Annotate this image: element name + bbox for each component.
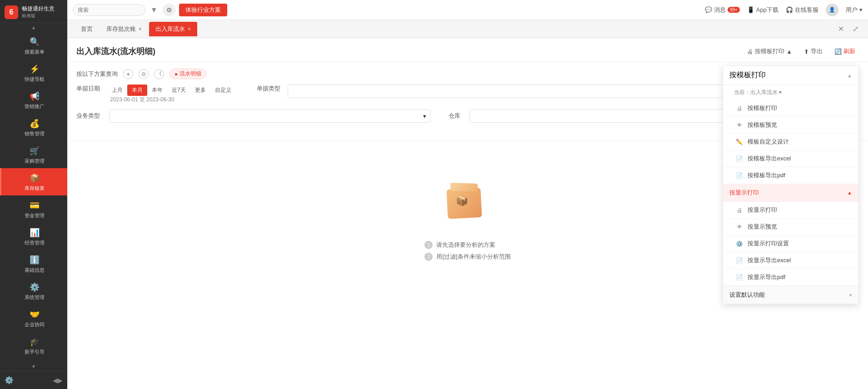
- filter-scheme-icon: ●: [175, 71, 178, 77]
- print-chevron-icon: ▲: [786, 48, 792, 55]
- date-this-month[interactable]: 本月: [127, 85, 147, 96]
- template-excel-item[interactable]: 📄 按模板导出excel: [723, 150, 858, 167]
- search-input[interactable]: [73, 4, 145, 16]
- messages-label: 消息: [714, 6, 726, 14]
- sidebar-finance-label: 资金管理: [25, 212, 45, 219]
- sidebar-item-system[interactable]: ⚙️ 系统管理: [0, 277, 67, 304]
- tab-flow[interactable]: 出入库流水 ×: [149, 22, 197, 36]
- display-pdf-item[interactable]: 📄 按显示导出pdf: [723, 269, 858, 286]
- sidebar-item-operations[interactable]: 📊 经营管理: [0, 223, 67, 250]
- date-last-7days[interactable]: 近7天: [167, 85, 190, 96]
- sidebar-item-collab[interactable]: 🤝 企业协同: [0, 304, 67, 332]
- sidebar-collab-label: 企业协同: [25, 321, 45, 328]
- display-excel-label: 按显示导出excel: [748, 256, 791, 264]
- display-print-settings-item[interactable]: ⚙️ 按显示打印设置: [723, 235, 858, 252]
- display-preview-item[interactable]: 👁 按显示预览: [723, 219, 858, 235]
- settings-gear-icon[interactable]: ⚙: [163, 4, 175, 16]
- app-download-button[interactable]: 📱 App下载: [747, 6, 778, 14]
- sidebar-scroll-down[interactable]: ▼: [31, 364, 36, 369]
- topbar-right: 💬 消息 99+ 📱 App下载 🎧 在线客服 👤 用户 ▾: [705, 4, 863, 16]
- date-last-month[interactable]: 上月: [107, 85, 127, 96]
- refresh-button[interactable]: 🔄 刷新: [831, 45, 859, 57]
- warehouse-label: 仓库: [449, 112, 460, 120]
- display-print-title: 按显示打印: [729, 189, 759, 197]
- date-this-year[interactable]: 本年: [147, 85, 167, 96]
- avatar-placeholder: 👤: [829, 7, 835, 13]
- sidebar-item-purchase[interactable]: 🛒 采购管理: [0, 141, 67, 168]
- display-pdf-icon: 📄: [736, 274, 743, 281]
- step-1-number: 1: [424, 241, 433, 249]
- sidebar-item-guide[interactable]: 🎓 新手引导: [0, 332, 67, 359]
- sidebar-item-finance[interactable]: 💳 资金管理: [0, 195, 67, 223]
- print-template-button[interactable]: 🖨 按模板打印 ▲: [743, 45, 796, 57]
- tab-batch-close[interactable]: ×: [139, 26, 142, 32]
- date-filter-label: 单据日期: [76, 85, 100, 93]
- template-custom-item[interactable]: ✏️ 模板自定义设计: [723, 134, 858, 150]
- current-label: 当前：出入库流水: [734, 89, 778, 95]
- settings-icon[interactable]: ⚙️: [5, 376, 14, 384]
- sidebar-item-marketing[interactable]: 📢 营销推广: [0, 86, 67, 114]
- display-print-header[interactable]: 按显示打印 ▲: [723, 184, 858, 202]
- sidebar-marketing-icon: 📢: [30, 91, 40, 101]
- sidebar-guide-icon: 🎓: [30, 337, 40, 347]
- empty-step-2: 2 用[过滤]条件来缩小分析范围: [424, 253, 510, 261]
- step-2-number: 2: [424, 253, 433, 261]
- date-more[interactable]: 更多: [190, 85, 210, 96]
- sidebar-item-apps[interactable]: 📱 应用中心: [0, 359, 67, 362]
- tabbar: 首页 库存批次账 × 出入库流水 × ✕ ⤢: [67, 20, 868, 38]
- bill-type-label: 单据类型: [257, 85, 280, 93]
- sidebar-sales-label: 销售管理: [25, 130, 45, 137]
- sidebar-item-basic[interactable]: ℹ️ 基础信息: [0, 250, 67, 277]
- display-print-chevron: ▲: [847, 190, 852, 195]
- sidebar-item-shortcuts[interactable]: ⚡ 快捷导航: [0, 59, 67, 86]
- filter-scheme-tag[interactable]: ● 流水明细: [170, 69, 206, 79]
- online-service-button[interactable]: 🎧 在线客服: [786, 6, 818, 14]
- filter-settings-button[interactable]: ⊙: [139, 69, 149, 79]
- template-preview-item[interactable]: 👁 按模板预览: [723, 117, 858, 134]
- tab-batch[interactable]: 库存批次账 ×: [100, 22, 148, 36]
- current-chevron: ▾: [779, 89, 782, 95]
- display-excel-item[interactable]: 📄 按显示导出excel: [723, 252, 858, 269]
- sidebar-item-sales[interactable]: 💰 销售管理: [0, 114, 67, 141]
- tab-flow-close[interactable]: ×: [188, 26, 191, 32]
- sidebar-system-label: 系统管理: [25, 294, 45, 301]
- default-settings-header[interactable]: 设置默认功能 ▾: [723, 286, 858, 304]
- search-dropdown-icon[interactable]: ▼: [149, 5, 159, 15]
- default-settings-chevron: ▾: [849, 292, 852, 298]
- sidebar-scroll-up[interactable]: ▲: [31, 25, 36, 30]
- template-print-header[interactable]: 按模板打印 ▲: [723, 66, 858, 85]
- export-button[interactable]: ⬆ 导出: [800, 45, 826, 57]
- tab-close-all-button[interactable]: ✕: [835, 24, 846, 35]
- tabbar-actions: ✕ ⤢: [835, 24, 861, 35]
- collapse-sidebar-icon[interactable]: ◀▶: [53, 377, 63, 384]
- filter-scheme-label: 流水明细: [180, 70, 201, 78]
- topbar: ▼ ⚙ 体验行业方案 💬 消息 99+ 📱 App下载 🎧 在线客服 👤 用户: [67, 0, 868, 20]
- messages-button[interactable]: 💬 消息 99+: [705, 6, 740, 14]
- template-excel-label: 按模板导出excel: [748, 155, 791, 163]
- display-print-item[interactable]: 🖨 按显示打印: [723, 202, 858, 219]
- tab-maximize-button[interactable]: ⤢: [850, 24, 861, 35]
- industry-solution-button[interactable]: 体验行业方案: [179, 4, 227, 16]
- sidebar-item-inventory[interactable]: 📦 库存核算: [0, 168, 67, 195]
- refresh-icon: 🔄: [834, 48, 842, 55]
- display-print-settings-icon: ⚙️: [736, 240, 743, 247]
- template-pdf-item[interactable]: 📄 按模板导出pdf: [723, 167, 858, 184]
- tab-home[interactable]: 首页: [75, 22, 99, 36]
- empty-step-1: 1 请先选择要分析的方案: [424, 241, 495, 249]
- current-template[interactable]: 当前：出入库流水 ▾: [723, 85, 858, 100]
- display-preview-label: 按显示预览: [748, 223, 777, 231]
- template-print-item[interactable]: 🖨 按模板打印: [723, 100, 858, 117]
- page-container: 出入库流水(流水明细) 🖨 按模板打印 ▲ ⬆ 导出 🔄 刷新: [67, 38, 868, 389]
- display-preview-icon: 👁: [736, 223, 743, 230]
- filter-add-button[interactable]: +: [123, 69, 133, 79]
- export-label: 导出: [811, 47, 823, 55]
- template-custom-icon: ✏️: [736, 138, 743, 145]
- template-preview-icon: 👁: [736, 121, 743, 129]
- sidebar-item-search[interactable]: 🔍 搜索菜单: [0, 32, 67, 59]
- user-name[interactable]: 用户 ▾: [846, 6, 863, 14]
- sidebar-inventory-label: 库存核算: [25, 185, 45, 192]
- date-custom[interactable]: 自定义: [210, 85, 236, 96]
- user-avatar[interactable]: 👤: [826, 4, 838, 16]
- business-type-select[interactable]: ▾: [109, 109, 430, 123]
- filter-collapse-button[interactable]: 《: [154, 69, 164, 79]
